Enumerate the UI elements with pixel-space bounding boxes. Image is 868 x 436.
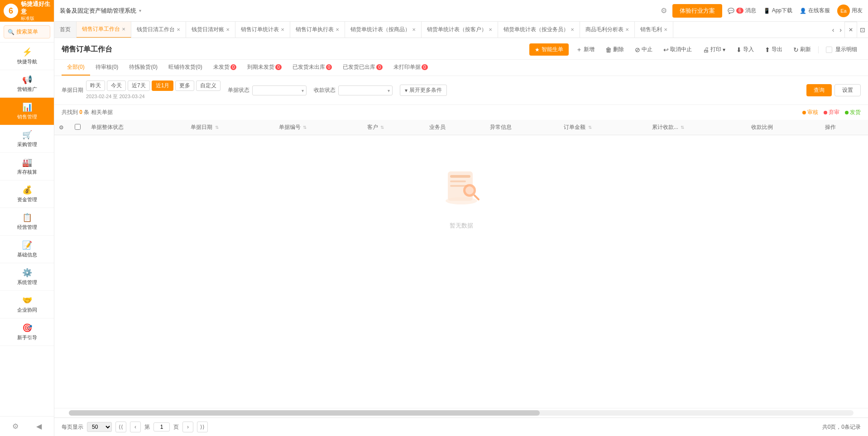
- sidebar-item-marketing[interactable]: 📢 营销推广: [0, 70, 54, 98]
- date-btn-yesterday[interactable]: 昨天: [86, 81, 105, 91]
- sidebar-nav: ⚡ 快捷导航 📢 营销推广 📊 销售管理 🛒 采购管理 🏭 库存核算 💰 资金管…: [0, 43, 54, 416]
- sidebar-item-enterprise[interactable]: 🤝 企业协同: [0, 291, 54, 318]
- sidebar-item-basic[interactable]: 📝 基础信息: [0, 236, 54, 263]
- next-page-button[interactable]: ›: [182, 422, 193, 432]
- tab-sales-exec[interactable]: 销售订单执行表 ✕: [290, 22, 345, 38]
- date-btn-7days[interactable]: 近7天: [128, 81, 150, 91]
- sidebar-item-label: 基础信息: [17, 251, 37, 258]
- select-all-checkbox[interactable]: [75, 124, 81, 130]
- tab-close-icon[interactable]: ✕: [571, 27, 574, 32]
- tab-close-icon[interactable]: ✕: [177, 27, 180, 32]
- review-button[interactable]: 审核: [802, 109, 818, 116]
- sub-tab-unshipped[interactable]: 未发货0: [208, 60, 242, 76]
- import-icon: ⬇: [736, 46, 742, 53]
- tab-close-icon[interactable]: ✕: [664, 27, 667, 32]
- message-button[interactable]: 💬 6 消息: [728, 7, 756, 14]
- date-btn-more[interactable]: 更多: [175, 81, 194, 91]
- show-detail-checkbox[interactable]: 显示明细: [822, 44, 861, 55]
- tab-sales-staff[interactable]: 销货单统计表（按业务员） ✕: [498, 22, 580, 38]
- tab-expand-button[interactable]: ⊡: [857, 22, 868, 38]
- sidebar-item-inventory[interactable]: 🏭 库存核算: [0, 153, 54, 180]
- sidebar-item-purchase[interactable]: 🛒 采购管理: [0, 125, 54, 153]
- tab-sales-order-workbench[interactable]: 销售订单工作台 ✕: [77, 22, 131, 38]
- sidebar-item-quick-nav[interactable]: ⚡ 快捷导航: [0, 43, 54, 70]
- prev-page-button[interactable]: ‹: [130, 422, 141, 432]
- query-button[interactable]: 查询: [806, 84, 832, 96]
- sidebar-item-finance[interactable]: 💰 资金管理: [0, 180, 54, 208]
- tab-close-icon[interactable]: ✕: [412, 27, 416, 32]
- status-select[interactable]: [252, 85, 307, 95]
- date-btn-today[interactable]: 今天: [107, 81, 126, 91]
- date-btn-1month[interactable]: 近1月: [152, 81, 174, 91]
- cancel-stop-button[interactable]: ↩ 取消中止: [660, 44, 695, 55]
- tab-close-icon[interactable]: ✕: [281, 27, 284, 32]
- tab-sales-margin[interactable]: 销售毛利 ✕: [635, 22, 673, 38]
- refresh-button[interactable]: ↻ 刷新: [790, 44, 815, 55]
- tab-close-icon[interactable]: ✕: [489, 27, 492, 32]
- empty-illustration: [434, 162, 489, 216]
- sub-tab-unprinted[interactable]: 未打印单据0: [388, 60, 433, 76]
- app-download-button[interactable]: 📱 App下载: [763, 7, 792, 14]
- payment-select[interactable]: [338, 85, 393, 95]
- tab-close-icon[interactable]: ✕: [625, 27, 629, 32]
- th-number[interactable]: 单据编号 ⇅: [274, 120, 363, 135]
- user-menu-button[interactable]: Ea 用友: [837, 5, 863, 17]
- page-size-select[interactable]: 50 100: [87, 422, 112, 432]
- th-amount[interactable]: 订单金额 ⇅: [559, 120, 647, 135]
- collapse-button[interactable]: ◀: [34, 420, 43, 432]
- tab-margin-analysis[interactable]: 商品毛利分析表 ✕: [580, 22, 635, 38]
- search-menu-button[interactable]: 🔍 搜索菜单: [4, 25, 50, 38]
- sidebar-item-system[interactable]: ⚙️ 系统管理: [0, 263, 54, 291]
- expand-filter-button[interactable]: ▾ 展开更多条件: [400, 85, 447, 96]
- sub-tab-all[interactable]: 全部(0): [62, 60, 90, 76]
- first-page-button[interactable]: ⟨⟨: [115, 422, 126, 432]
- tab-close-icon[interactable]: ✕: [122, 27, 125, 32]
- delete-button[interactable]: 🗑 删除: [602, 44, 628, 55]
- tab-home[interactable]: 首页: [54, 22, 77, 38]
- settings-button[interactable]: ⚙: [10, 420, 20, 432]
- sub-tab-overdue-ship[interactable]: 到期未发货0: [242, 60, 287, 76]
- tab-close-all-button[interactable]: ✕: [844, 22, 857, 38]
- sidebar-item-guide[interactable]: 🎯 新手引导: [0, 318, 54, 346]
- cancel-review-button[interactable]: 弃审: [824, 109, 839, 116]
- smart-generate-button[interactable]: ★ 智能生单: [529, 43, 569, 56]
- sidebar-item-operations[interactable]: 📋 经营管理: [0, 208, 54, 236]
- import-button[interactable]: ⬇ 导入: [733, 44, 758, 55]
- service-icon: 👤: [800, 8, 806, 14]
- sub-tab-wangpu-ship[interactable]: 旺铺待发货(0): [163, 60, 208, 76]
- sub-tab-shipped-not-out[interactable]: 已发货未出库0: [287, 60, 338, 76]
- settings-icon[interactable]: ⚙: [59, 124, 64, 131]
- sub-tab-shipped-out[interactable]: 已发货已出库0: [337, 60, 388, 76]
- col-exception-label: 异常信息: [490, 124, 512, 130]
- tab-next-button[interactable]: ›: [837, 22, 844, 38]
- tab-label: 销货单统计表（按商品）: [350, 26, 410, 33]
- th-customer[interactable]: 客户 ⇅: [363, 120, 425, 135]
- tab-close-icon[interactable]: ✕: [226, 27, 230, 32]
- tab-sales-product[interactable]: 销货单统计表（按商品） ✕: [345, 22, 422, 38]
- search-menu-label: 搜索菜单: [16, 28, 38, 36]
- tab-close-icon[interactable]: ✕: [336, 27, 339, 32]
- add-button[interactable]: ＋ 新增: [572, 44, 598, 56]
- sidebar-item-sales[interactable]: 📊 销售管理: [0, 98, 54, 125]
- solution-button[interactable]: 体验行业方案: [672, 4, 722, 18]
- gear-icon[interactable]: ⚙: [661, 6, 667, 15]
- stop-button[interactable]: ⊘ 中止: [631, 44, 656, 55]
- tab-reconcile[interactable]: 钱货日清对账 ✕: [186, 22, 235, 38]
- tab-sales-customer[interactable]: 销货单统计表（按客户） ✕: [422, 22, 498, 38]
- export-button[interactable]: ⬆ 导出: [761, 44, 786, 55]
- sub-tab-pending-inspect[interactable]: 待拣验货(0): [124, 60, 163, 76]
- last-page-button[interactable]: ⟩⟩: [197, 422, 208, 432]
- set-button[interactable]: 设置: [834, 84, 861, 96]
- th-date[interactable]: 单据日期 ⇅: [186, 120, 274, 135]
- online-service-button[interactable]: 👤 在线客服: [800, 7, 830, 14]
- tab-prev-button[interactable]: ‹: [830, 22, 837, 38]
- scrollbar[interactable]: [69, 410, 854, 416]
- tab-cash-goods-daily[interactable]: 钱货日清工作台 ✕: [131, 22, 186, 38]
- ship-button[interactable]: 发货: [845, 109, 861, 116]
- th-received[interactable]: 累计收款... ⇅: [647, 120, 747, 135]
- sub-tab-pending-review[interactable]: 待审核(0): [90, 60, 124, 76]
- page-number-input[interactable]: [153, 422, 170, 431]
- date-btn-custom[interactable]: 自定义: [196, 81, 221, 91]
- print-button[interactable]: 🖨 打印 ▾: [699, 44, 729, 55]
- tab-sales-stats[interactable]: 销售订单统计表 ✕: [235, 22, 290, 38]
